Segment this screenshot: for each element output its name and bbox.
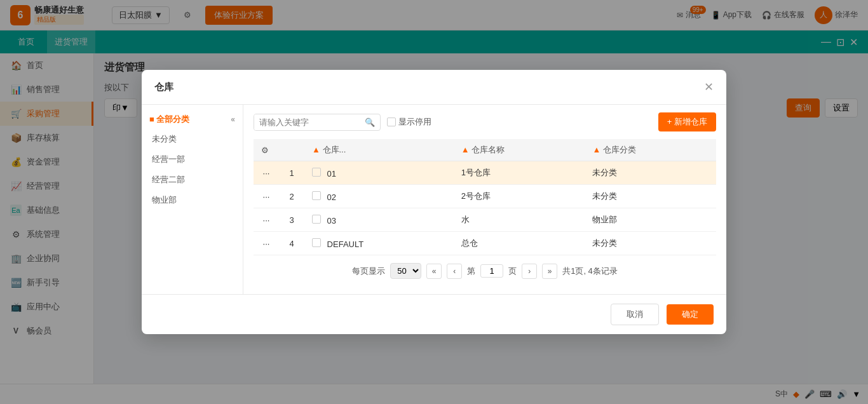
first-page-button[interactable]: « (426, 264, 442, 279)
row-category: 物业部 (585, 208, 716, 232)
prev-page-button[interactable]: ‹ (447, 264, 462, 279)
row-checkbox-cell: 02 (304, 185, 454, 208)
category-unclassified[interactable]: 未分类 (142, 129, 243, 149)
row-checkbox-cell: 01 (304, 161, 454, 185)
row-checkbox-cell: DEFAULT (304, 232, 454, 255)
row-gear: ··· (254, 161, 279, 185)
row-gear: ··· (254, 232, 279, 255)
modal-overlay: 仓库 ✕ ■ 全部分类 « 未分类 经营一部 经营二部 物业部 (0, 0, 868, 404)
row-name: 水 (454, 208, 585, 232)
table-header-row: ⚙ ▲ 仓库... ▲ 仓库名称 (254, 139, 716, 161)
modal-content: 🔍 显示停用 + 新增仓库 ⚙ (243, 105, 726, 294)
row-checkbox[interactable] (312, 215, 321, 224)
sort-icon: ▲ (312, 145, 320, 154)
per-page-select[interactable]: 50 (390, 263, 421, 279)
row-checkbox-cell: 03 (304, 208, 454, 232)
warehouse-modal: 仓库 ✕ ■ 全部分类 « 未分类 经营一部 经营二部 物业部 (142, 70, 726, 334)
collapse-button[interactable]: « (231, 115, 235, 124)
category-ops2[interactable]: 经营二部 (142, 170, 243, 190)
modal-footer: 取消 确定 (142, 294, 726, 334)
modal-header: 仓库 ✕ (142, 70, 726, 105)
table-row[interactable]: ··· 2 02 2号仓库 未分类 (254, 185, 716, 208)
next-page-button[interactable]: › (522, 264, 537, 279)
search-input[interactable] (254, 114, 360, 130)
warehouse-search[interactable]: 🔍 (254, 114, 381, 131)
sort-icon-name: ▲ (461, 145, 470, 154)
modal-close-button[interactable]: ✕ (704, 80, 714, 94)
th-code[interactable]: ▲ 仓库... (304, 139, 454, 161)
row-gear: ··· (254, 185, 279, 208)
th-category[interactable]: ▲ 仓库分类 (585, 139, 716, 161)
th-number (279, 139, 304, 161)
th-name[interactable]: ▲ 仓库名称 (454, 139, 585, 161)
row-checkbox[interactable] (312, 168, 321, 177)
cancel-button[interactable]: 取消 (611, 304, 659, 325)
sort-icon-cat: ▲ (592, 145, 600, 154)
show-disabled-checkbox[interactable]: 显示停用 (387, 116, 431, 128)
last-page-button[interactable]: » (542, 264, 557, 279)
row-num: 3 (279, 208, 304, 232)
category-property[interactable]: 物业部 (142, 190, 243, 210)
add-warehouse-button[interactable]: + 新增仓库 (658, 112, 716, 131)
table-container: ⚙ ▲ 仓库... ▲ 仓库名称 (254, 139, 716, 255)
table-row[interactable]: ··· 1 01 1号仓库 未分类 (254, 161, 716, 185)
row-gear: ··· (254, 208, 279, 232)
show-disabled-check[interactable] (387, 118, 396, 126)
modal-sidebar-header: ■ 全部分类 « (142, 110, 243, 129)
category-ops1[interactable]: 经营一部 (142, 149, 243, 170)
row-category: 未分类 (585, 161, 716, 185)
row-checkbox[interactable] (312, 191, 321, 200)
modal-sidebar: ■ 全部分类 « 未分类 经营一部 经营二部 物业部 (142, 105, 243, 294)
modal-title: 仓库 (154, 81, 173, 93)
row-num: 1 (279, 161, 304, 185)
modal-toolbar: 🔍 显示停用 + 新增仓库 (254, 112, 716, 131)
confirm-button[interactable]: 确定 (667, 304, 714, 325)
modal-pagination: 每页显示 50 « ‹ 第 页 › » 共1页, 4条记录 (254, 255, 716, 286)
modal-body: ■ 全部分类 « 未分类 经营一部 经营二部 物业部 🔍 (142, 105, 726, 294)
row-name: 总仓 (454, 232, 585, 255)
search-icon[interactable]: 🔍 (360, 114, 380, 130)
table-row[interactable]: ··· 3 03 水 物业部 (254, 208, 716, 232)
warehouse-table: ⚙ ▲ 仓库... ▲ 仓库名称 (254, 139, 716, 255)
row-num: 4 (279, 232, 304, 255)
row-category: 未分类 (585, 185, 716, 208)
row-category: 未分类 (585, 232, 716, 255)
row-name: 2号仓库 (454, 185, 585, 208)
table-row[interactable]: ··· 4 DEFAULT 总仓 未分类 (254, 232, 716, 255)
row-name: 1号仓库 (454, 161, 585, 185)
row-num: 2 (279, 185, 304, 208)
row-checkbox[interactable] (312, 238, 321, 247)
page-input[interactable] (480, 264, 503, 278)
th-settings: ⚙ (254, 139, 279, 161)
